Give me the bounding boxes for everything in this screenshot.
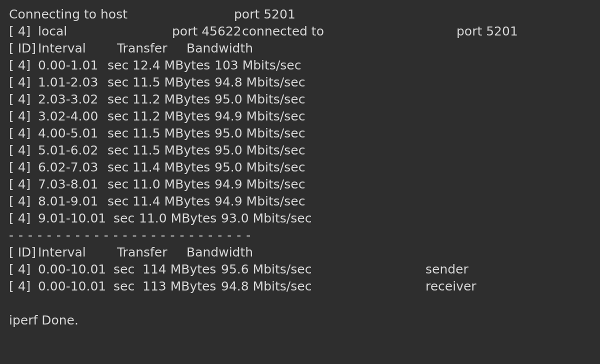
cell-bandwidth: 103 Mbits/sec	[214, 57, 301, 74]
cell-transfer: 11.0 MBytes	[139, 210, 216, 227]
cell-transfer: 11.4 MBytes	[132, 159, 210, 176]
cell-unit: sec	[114, 278, 134, 295]
cell-unit: sec	[108, 57, 128, 74]
cell-unit: sec	[108, 108, 128, 125]
cell-id: [ 4]	[9, 193, 30, 210]
cell-id: [ 4]	[9, 57, 30, 74]
cell-interval: 0.00-10.01	[38, 261, 106, 278]
connected-to: connected to	[242, 23, 324, 40]
table-row: [ 4] 7.03-8.01 sec 11.0 MBytes 94.9 Mbit…	[9, 176, 589, 193]
summary-row: [ 4] 0.00-10.01 sec 114 MBytes 95.6 Mbit…	[9, 261, 589, 278]
cell-unit: sec	[114, 261, 134, 278]
table-row: [ 4] 5.01-6.02 sec 11.5 MBytes 95.0 Mbit…	[9, 142, 589, 159]
table-row: [ 4] 8.01-9.01 sec 11.4 MBytes 94.9 Mbit…	[9, 193, 589, 210]
cell-interval: 5.01-6.02	[38, 142, 98, 159]
cell-transfer: 113 MBytes	[142, 278, 216, 295]
cell-bandwidth: 93.0 Mbits/sec	[221, 210, 312, 227]
header-row: [ ID] Interval Transfer Bandwidth	[9, 244, 589, 261]
cell-interval: 4.00-5.01	[38, 125, 98, 142]
cell-transfer: 11.0 MBytes	[132, 176, 210, 193]
cell-transfer: 11.5 MBytes	[132, 125, 210, 142]
cell-transfer: 11.2 MBytes	[132, 108, 210, 125]
cell-interval: 1.01-2.03	[38, 74, 98, 91]
cell-unit: sec	[108, 193, 128, 210]
cell-unit: sec	[108, 74, 128, 91]
cell-unit: sec	[108, 91, 128, 108]
cell-id: [ 4]	[9, 261, 30, 278]
separator: - - - - - - - - - - - - - - - - - - - - …	[9, 227, 251, 244]
cell-unit: sec	[108, 176, 128, 193]
cell-bandwidth: 95.0 Mbits/sec	[214, 159, 305, 176]
table-row: [ 4] 1.01-2.03 sec 11.5 MBytes 94.8 Mbit…	[9, 74, 589, 91]
cell-bandwidth: 94.9 Mbits/sec	[214, 108, 305, 125]
local-label: local	[38, 23, 67, 40]
cell-id: [ 4]	[9, 159, 30, 176]
header-row: [ ID] Interval Transfer Bandwidth	[9, 40, 589, 57]
connecting-text: Connecting to host	[9, 6, 128, 23]
done-line: iperf Done.	[9, 312, 589, 329]
cell-role: receiver	[426, 278, 476, 295]
cell-role: sender	[426, 261, 468, 278]
cell-transfer: 11.5 MBytes	[132, 142, 210, 159]
table-row: [ 4] 3.02-4.00 sec 11.2 MBytes 94.9 Mbit…	[9, 108, 589, 125]
cell-bandwidth: 94.9 Mbits/sec	[214, 176, 305, 193]
stream-id: [ 4]	[9, 23, 30, 40]
cell-interval: 2.03-3.02	[38, 91, 98, 108]
table-row: [ 4] 6.02-7.03 sec 11.4 MBytes 95.0 Mbit…	[9, 159, 589, 176]
cell-interval: 0.00-10.01	[38, 278, 106, 295]
connecting-line: Connecting to host port 5201	[9, 6, 589, 23]
cell-interval: 8.01-9.01	[38, 193, 98, 210]
cell-bandwidth: 95.0 Mbits/sec	[214, 91, 305, 108]
summary-row: [ 4] 0.00-10.01 sec 113 MBytes 94.8 Mbit…	[9, 278, 589, 295]
col-bandwidth: Bandwidth	[186, 244, 253, 261]
cell-bandwidth: 95.0 Mbits/sec	[214, 142, 305, 159]
blank-line	[9, 295, 589, 312]
table-row: [ 4] 2.03-3.02 sec 11.2 MBytes 95.0 Mbit…	[9, 91, 589, 108]
col-id: [ ID]	[9, 40, 36, 57]
cell-bandwidth: 94.8 Mbits/sec	[221, 278, 312, 295]
cell-bandwidth: 94.9 Mbits/sec	[214, 193, 305, 210]
cell-transfer: 114 MBytes	[142, 261, 216, 278]
col-transfer: Transfer	[117, 40, 168, 57]
cell-unit: sec	[108, 159, 128, 176]
cell-id: [ 4]	[9, 125, 30, 142]
cell-interval: 0.00-1.01	[38, 57, 98, 74]
cell-transfer: 11.2 MBytes	[132, 91, 210, 108]
cell-interval: 3.02-4.00	[38, 108, 98, 125]
cell-interval: 7.03-8.01	[38, 176, 98, 193]
local-port: port 45622	[172, 23, 242, 40]
cell-id: [ 4]	[9, 108, 30, 125]
local-line: [ 4] local port 45622 connected to port …	[9, 23, 589, 40]
cell-id: [ 4]	[9, 74, 30, 91]
table-row: [ 4] 9.01-10.01 sec 11.0 MBytes 93.0 Mbi…	[9, 210, 589, 227]
cell-bandwidth: 95.0 Mbits/sec	[214, 125, 305, 142]
iperf-done: iperf Done.	[9, 312, 78, 329]
cell-transfer: 11.5 MBytes	[132, 74, 210, 91]
col-id: [ ID]	[9, 244, 36, 261]
cell-transfer: 12.4 MBytes	[132, 57, 210, 74]
cell-bandwidth: 95.6 Mbits/sec	[221, 261, 312, 278]
cell-unit: sec	[108, 142, 128, 159]
table-row: [ 4] 4.00-5.01 sec 11.5 MBytes 95.0 Mbit…	[9, 125, 589, 142]
cell-interval: 6.02-7.03	[38, 159, 98, 176]
cell-interval: 9.01-10.01	[38, 210, 106, 227]
col-bandwidth: Bandwidth	[186, 40, 253, 57]
col-interval: Interval	[38, 244, 86, 261]
cell-id: [ 4]	[9, 91, 30, 108]
cell-unit: sec	[114, 210, 134, 227]
remote-port: port 5201	[456, 23, 518, 40]
separator-line: - - - - - - - - - - - - - - - - - - - - …	[9, 227, 589, 244]
table-row: [ 4] 0.00-1.01 sec 12.4 MBytes 103 Mbits…	[9, 57, 589, 74]
cell-id: [ 4]	[9, 142, 30, 159]
col-interval: Interval	[38, 40, 86, 57]
cell-bandwidth: 94.8 Mbits/sec	[214, 74, 305, 91]
cell-unit: sec	[108, 125, 128, 142]
col-transfer: Transfer	[117, 244, 168, 261]
cell-transfer: 11.4 MBytes	[132, 193, 210, 210]
cell-id: [ 4]	[9, 210, 30, 227]
terminal-output: Connecting to host port 5201 [ 4] local …	[0, 0, 600, 329]
cell-id: [ 4]	[9, 176, 30, 193]
cell-id: [ 4]	[9, 278, 30, 295]
connecting-port: port 5201	[234, 6, 296, 23]
